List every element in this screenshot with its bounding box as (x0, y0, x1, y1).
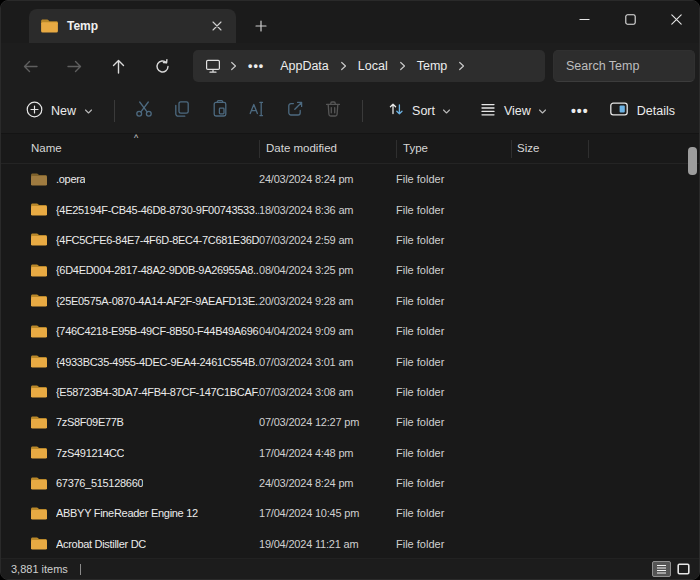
details-pane-button[interactable]: Details (599, 95, 685, 127)
rename-button[interactable] (241, 95, 275, 127)
address-bar[interactable]: ••• AppData Local Temp (193, 50, 545, 82)
file-name: {4933BC35-4955-4DEC-9EA4-2461C554B... (56, 356, 259, 368)
sort-button[interactable]: Sort (377, 95, 461, 127)
file-type: File folder (396, 538, 510, 550)
titlebar: Temp (1, 1, 699, 43)
share-icon (285, 99, 305, 123)
share-button[interactable] (278, 95, 312, 127)
trash-icon (323, 99, 343, 123)
sort-ascending-icon: ^ (134, 134, 138, 143)
search-box (553, 50, 695, 82)
paste-button[interactable] (203, 95, 237, 127)
file-date-modified: 07/03/2024 3:01 am (259, 356, 396, 368)
breadcrumb-local[interactable]: Local (350, 56, 396, 76)
back-icon[interactable] (15, 51, 45, 81)
details-view-toggle[interactable] (652, 561, 671, 577)
file-date-modified: 07/03/2024 3:08 am (259, 386, 396, 398)
file-type: File folder (396, 295, 510, 307)
file-name: {4FC5CFE6-84E7-4F6D-8EC4-7C681E36D... (56, 234, 259, 246)
chevron-right-icon (455, 61, 468, 71)
forward-icon[interactable] (59, 51, 89, 81)
minimize-button[interactable] (561, 1, 607, 37)
file-row[interactable]: ABBYY FineReader Engine 12 17/04/2024 10… (1, 498, 699, 528)
file-row[interactable]: 7zS491214CC 17/04/2024 4:48 pm File fold… (1, 438, 699, 468)
copy-button[interactable] (165, 95, 199, 127)
file-name: {E58723B4-3DA7-4FB4-87CF-147C1BCAF... (56, 386, 259, 398)
copy-icon (172, 99, 192, 123)
new-button-label: New (51, 104, 76, 118)
file-name: {25E0575A-0870-4A14-AF2F-9AEAFD13E... (56, 295, 259, 307)
file-list: .opera 24/03/2024 8:24 pm File folder {4… (1, 164, 699, 558)
file-row[interactable]: {4E25194F-CB45-46D8-8730-9F00743533... 1… (1, 194, 699, 224)
more-options-button[interactable]: ••• (563, 95, 597, 127)
file-date-modified: 07/03/2024 2:59 am (259, 234, 396, 246)
file-date-modified: 17/04/2024 10:45 pm (259, 507, 396, 519)
column-header-size[interactable]: Size (517, 142, 539, 154)
file-row[interactable]: {4FC5CFE6-84E7-4F6D-8EC4-7C681E36D... 07… (1, 225, 699, 255)
vertical-scrollbar[interactable] (688, 147, 697, 175)
column-separator[interactable] (511, 140, 512, 158)
file-row[interactable]: {E58723B4-3DA7-4FB4-87CF-147C1BCAF... 07… (1, 377, 699, 407)
view-button[interactable]: View (469, 95, 557, 127)
cut-button[interactable] (127, 95, 161, 127)
file-date-modified: 24/03/2024 8:24 pm (259, 477, 396, 489)
chevron-down-icon (84, 102, 93, 120)
file-type: File folder (396, 416, 510, 428)
tab-title: Temp (67, 19, 206, 33)
folder-icon (41, 19, 58, 33)
chevron-down-icon (442, 102, 451, 120)
details-pane-icon (609, 99, 629, 123)
folder-icon (31, 416, 47, 429)
file-name: {6D4ED004-2817-48A2-9D0B-9A26955A8... (56, 264, 259, 276)
breadcrumb-appdata[interactable]: AppData (272, 56, 337, 76)
items-count: 3,881 items (11, 563, 68, 575)
column-header-date-modified[interactable]: Date modified (266, 142, 337, 154)
tab-close-icon[interactable] (206, 15, 228, 37)
column-header-type[interactable]: Type (403, 142, 428, 154)
breadcrumb-temp[interactable]: Temp (409, 56, 456, 76)
toolbar-divider (114, 100, 115, 122)
file-row[interactable]: {746C4218-E95B-49CF-8B50-F44B49A696... 0… (1, 316, 699, 346)
file-name: ABBYY FineReader Engine 12 (56, 507, 198, 519)
delete-button[interactable] (316, 95, 350, 127)
search-input[interactable] (554, 59, 694, 73)
file-row[interactable]: Acrobat Distiller DC 19/04/2024 11:21 am… (1, 529, 699, 558)
new-button[interactable]: New (15, 95, 104, 127)
chevron-down-icon (538, 102, 547, 120)
refresh-icon[interactable] (147, 51, 177, 81)
maximize-button[interactable] (607, 1, 653, 37)
chevron-right-icon (337, 61, 350, 71)
this-pc-icon[interactable] (199, 58, 227, 74)
file-date-modified: 04/04/2024 9:09 am (259, 325, 396, 337)
file-date-modified: 07/03/2024 12:27 pm (259, 416, 396, 428)
folder-icon (31, 537, 47, 550)
tab-temp[interactable]: Temp (29, 9, 236, 43)
up-icon[interactable] (103, 51, 133, 81)
folder-icon (31, 446, 47, 459)
file-row[interactable]: 67376_515128660 24/03/2024 8:24 pm File … (1, 468, 699, 498)
thumbnail-view-toggle[interactable] (674, 561, 693, 577)
close-button[interactable] (653, 1, 699, 37)
folder-icon (31, 385, 47, 398)
chevron-right-icon (227, 61, 240, 71)
file-date-modified: 17/04/2024 4:48 pm (259, 447, 396, 459)
column-separator[interactable] (588, 140, 589, 158)
toolbar-divider (362, 100, 363, 122)
column-separator[interactable] (396, 140, 397, 158)
file-type: File folder (396, 264, 510, 276)
file-row[interactable]: {4933BC35-4955-4DEC-9EA4-2461C554B... 07… (1, 346, 699, 376)
file-name: 7zS8F09E77B (56, 416, 124, 428)
file-type: File folder (396, 477, 510, 489)
file-row[interactable]: {6D4ED004-2817-48A2-9D0B-9A26955A8... 08… (1, 255, 699, 285)
column-separator[interactable] (259, 140, 260, 158)
column-header-name[interactable]: Name (31, 142, 62, 154)
file-name: Acrobat Distiller DC (56, 538, 146, 550)
file-type: File folder (396, 234, 510, 246)
file-row[interactable]: {25E0575A-0870-4A14-AF2F-9AEAFD13E... 20… (1, 286, 699, 316)
breadcrumb-overflow-icon[interactable]: ••• (240, 56, 272, 76)
file-row[interactable]: 7zS8F09E77B 07/03/2024 12:27 pm File fol… (1, 407, 699, 437)
new-tab-button[interactable] (248, 13, 274, 39)
clipboard-icon (210, 99, 230, 123)
file-name: .opera (56, 173, 85, 185)
file-row[interactable]: .opera 24/03/2024 8:24 pm File folder (1, 164, 699, 194)
